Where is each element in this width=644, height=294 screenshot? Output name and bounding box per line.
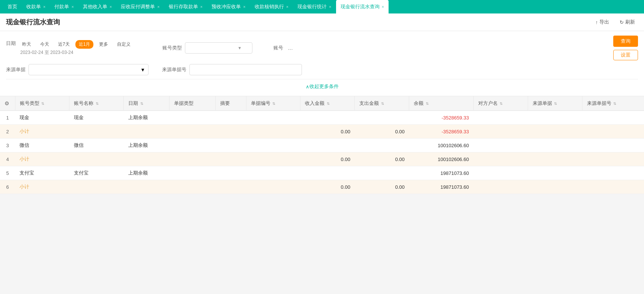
nav-payments[interactable]: 付款单 × [50,0,78,13]
row-num: 2 [0,125,15,139]
col-income[interactable]: 收入金额 ⇅ [300,96,355,111]
row-account-type: 支付宝 [15,166,69,180]
nav-other-income-close[interactable]: × [110,0,112,13]
nav-verify[interactable]: 收款核销执行 × [250,0,293,13]
date-btn-1month[interactable]: 近1月 [75,40,94,49]
row-num: 3 [0,139,15,152]
row-account-name [69,152,124,166]
date-btn-custom[interactable]: 自定义 [114,40,134,49]
query-button[interactable]: 查询 [613,36,638,47]
nav-other-income[interactable]: 其他收入单 × [78,0,116,13]
settings-button[interactable]: 设置 [613,50,638,60]
col-source-voucher-no[interactable]: 来源单据号 ⇅ [582,96,644,111]
nav-adjustment-close[interactable]: × [157,0,159,13]
nav-receipts[interactable]: 收款单 × [22,0,50,13]
row-source-voucher [528,152,582,166]
row-source-voucher [528,125,582,139]
row-balance: -3528659.33 [409,111,473,125]
action-buttons: 查询 设置 [613,36,638,60]
collapse-label: 收起更多条件 [309,83,339,90]
nav-verify-close[interactable]: × [286,0,288,13]
row-income: 0.00 [300,152,355,166]
collapse-button[interactable]: ∧ 收起更多条件 [304,82,340,91]
col-voucher-type: 单据类型 [169,96,215,111]
nav-adjustment[interactable]: 应收应付调整单 × [116,0,164,13]
row-source-voucher-no [582,166,644,180]
table-container: ⚙ 账号类型 ⇅ 账号名称 ⇅ 日期 ⇅ 单据类型 摘要 单据编号 ⇅ 收入金额… [0,96,644,194]
nav-bank-deposit[interactable]: 银行存取款单 × [164,0,207,13]
row-summary [216,125,246,139]
row-num: 6 [0,180,15,194]
row-voucher-type [169,125,215,139]
export-button[interactable]: ↑ 导出 [593,17,612,27]
row-account-type: 现金 [15,111,69,125]
row-counterpart [473,125,528,139]
account-type-filter: 账号类型 ▼ [162,42,252,54]
account-label: 账号 [273,45,283,51]
row-summary [216,152,246,166]
col-balance[interactable]: 余额 ⇅ [409,96,473,111]
row-source-voucher [528,166,582,180]
row-date: 上期余额 [124,166,170,180]
row-source-voucher-no [582,180,644,194]
row-income [300,166,355,180]
table-body: 1 现金 现金 上期余额 -3528659.33 2 小计 0.00 0.00 … [0,111,644,194]
source-voucher-no-input[interactable] [189,64,302,75]
row-account-name: 支付宝 [69,166,124,180]
row-balance: 19871073.60 [409,180,473,194]
row-income [300,111,355,125]
col-counterpart[interactable]: 对方户名 ⇅ [473,96,528,111]
data-table: ⚙ 账号类型 ⇅ 账号名称 ⇅ 日期 ⇅ 单据类型 摘要 单据编号 ⇅ 收入金额… [0,96,644,194]
row-source-voucher [528,139,582,152]
nav-prepayment-close[interactable]: × [243,0,245,13]
table-row: 4 小计 0.00 0.00 100102606.60 [0,152,644,166]
export-label: 导出 [599,19,609,25]
row-expense: 0.00 [355,125,409,139]
gear-icon[interactable]: ⚙ [5,100,9,106]
col-account-type[interactable]: 账号类型 ⇅ [15,96,69,111]
source-voucher-select[interactable]: ▼ [29,64,149,75]
filter-area: 日期 昨天 今天 近7天 近1月 更多 自定义 2023-02-24 至 202… [0,31,644,96]
refresh-button[interactable]: ↻ 刷新 [617,17,638,27]
col-voucher-no[interactable]: 单据编号 ⇅ [246,96,300,111]
date-btn-yesterday[interactable]: 昨天 [19,40,35,49]
row-expense [355,166,409,180]
nav-payments-close[interactable]: × [71,0,74,13]
col-expense[interactable]: 支出金额 ⇅ [355,96,409,111]
nav-bank-deposit-close[interactable]: × [200,0,203,13]
nav-stats-close[interactable]: × [329,0,331,13]
source-voucher-label: 来源单据 [6,66,26,73]
row-source-voucher-no [582,125,644,139]
row-counterpart [473,111,528,125]
account-type-select[interactable]: ▼ [185,42,252,54]
sort-icon-account-type: ⇅ [41,101,44,106]
row-summary [216,166,246,180]
table-row: 3 微信 微信 上期余额 100102606.60 [0,139,644,152]
nav-home[interactable]: 首页 [3,0,22,13]
nav-flow-query-close[interactable]: × [382,0,384,13]
row-balance: 19871073.60 [409,166,473,180]
row-date [124,152,170,166]
row-income: 0.00 [300,180,355,194]
nav-adjustment-label: 应收应付调整单 [121,0,155,13]
refresh-icon: ↻ [620,19,624,25]
date-btn-7days[interactable]: 近7天 [55,40,73,49]
nav-stats-label: 现金银行统计 [297,0,327,13]
nav-receipts-label: 收款单 [26,0,41,13]
nav-flow-query[interactable]: 现金银行流水查询 × [336,0,389,13]
nav-prepayment[interactable]: 预收冲应收单 × [207,0,250,13]
row-source-voucher [528,180,582,194]
row-counterpart [473,180,528,194]
row-voucher-no [246,166,300,180]
col-gear[interactable]: ⚙ [0,96,15,111]
row-balance: 100102606.60 [409,139,473,152]
col-account-name[interactable]: 账号名称 ⇅ [69,96,124,111]
nav-receipts-close[interactable]: × [43,0,45,13]
col-date[interactable]: 日期 ⇅ [124,96,170,111]
date-btn-today[interactable]: 今天 [37,40,53,49]
date-btn-more[interactable]: 更多 [96,40,111,49]
col-source-voucher[interactable]: 来源单据 ⇅ [528,96,582,111]
account-dots[interactable]: ... [286,43,294,53]
nav-stats[interactable]: 现金银行统计 × [293,0,336,13]
row-voucher-type [169,111,215,125]
